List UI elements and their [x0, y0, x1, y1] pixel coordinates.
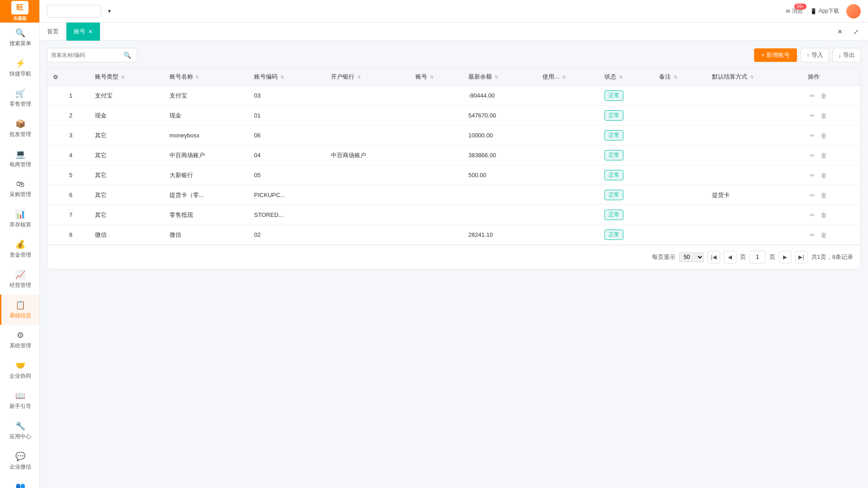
page-size-select[interactable]: 50 100 200 [679, 252, 704, 262]
row-balance [463, 185, 537, 205]
sidebar-item-operations[interactable]: 📈 经营管理 [0, 264, 39, 295]
row-bank [326, 126, 410, 145]
total-label: 共1页，8条记录 [811, 253, 853, 261]
tab-close-icon[interactable]: ✕ [88, 28, 93, 35]
message-button[interactable]: ✉ 消息 99+ [786, 7, 803, 15]
col-settings[interactable]: ⚙ [47, 68, 64, 86]
col-default-payment[interactable]: 默认结算方式 ⇅ [707, 68, 802, 86]
header-right: ✉ 消息 99+ 📱 App下载 [786, 4, 861, 19]
sidebar-item-retail-label: 零售管理 [9, 100, 31, 108]
row-usage [537, 126, 599, 145]
row-usage [537, 185, 599, 205]
row-default-payment [707, 225, 802, 245]
header-dropdown[interactable]: ▼ [107, 8, 112, 14]
edit-button[interactable]: ✏ [808, 171, 817, 180]
app-download-button[interactable]: 📱 App下载 [810, 7, 839, 15]
row-bank [326, 165, 410, 185]
search-input[interactable] [51, 52, 123, 58]
last-page-button[interactable]: ▶| [795, 251, 808, 263]
edit-button[interactable]: ✏ [808, 211, 817, 220]
sidebar-item-guide[interactable]: 📖 新手引导 [0, 385, 39, 416]
row-status: 正常 [599, 145, 654, 165]
delete-button[interactable]: 🗑 [819, 151, 829, 160]
delete-button[interactable]: 🗑 [819, 171, 829, 180]
page-input[interactable] [750, 251, 766, 263]
tab-close-action[interactable]: ✕ [834, 25, 846, 38]
first-page-button[interactable]: |◀ [708, 251, 720, 263]
row-code: 03 [249, 86, 326, 106]
col-type[interactable]: 账号类型 ⇅ [90, 68, 164, 86]
sidebar-item-system-label: 系统管理 [9, 342, 31, 350]
sidebar: 旺 乐惠版 🔍 搜索菜单 ⚡ 快捷导航 🛒 零售管理 📦 批发管理 💻 电商管理… [0, 0, 40, 488]
row-usage [537, 145, 599, 165]
search-box[interactable]: 🔍 [47, 48, 137, 62]
sidebar-item-system[interactable]: ⚙ 系统管理 [0, 325, 39, 355]
edit-button[interactable]: ✏ [808, 111, 817, 120]
row-account [410, 205, 463, 225]
import-button[interactable]: ↑ 导入 [801, 48, 829, 62]
row-action: ✏ 🗑 [802, 86, 860, 106]
sidebar-item-enterprise[interactable]: 🤝 企业协同 [0, 355, 39, 385]
dropdown-arrow-icon: ▼ [107, 8, 112, 14]
col-usage[interactable]: 使用... ⇅ [537, 68, 599, 86]
edit-button[interactable]: ✏ [808, 151, 817, 160]
delete-button[interactable]: 🗑 [819, 131, 829, 140]
row-action: ✏ 🗑 [802, 126, 860, 145]
status-badge: 正常 [604, 190, 623, 200]
tab-account[interactable]: 账号 ✕ [66, 23, 100, 41]
sidebar-item-app-center-label: 应用中心 [9, 433, 31, 441]
sidebar-item-retail[interactable]: 🛒 零售管理 [0, 83, 39, 113]
sidebar-item-search[interactable]: 🔍 搜索菜单 [0, 23, 39, 53]
delete-button[interactable]: 🗑 [819, 111, 829, 120]
edit-button[interactable]: ✏ [808, 191, 817, 200]
header-search-input[interactable] [47, 5, 101, 18]
table-row: 7 其它 零售抵现 STORED... 正常 ✏ 🗑 [47, 205, 860, 225]
col-bank[interactable]: 开户银行 ⇅ [326, 68, 410, 86]
prev-page-button[interactable]: ◀ [724, 251, 736, 263]
sidebar-item-ecommerce[interactable]: 💻 电商管理 [0, 144, 39, 174]
page-content: 🔍 + 新增账号 ↑ 导入 ↓ 导出 ⚙ [40, 41, 868, 488]
col-code[interactable]: 账号编码 ⇅ [249, 68, 326, 86]
sidebar-item-inventory[interactable]: 📊 库存核算 [0, 204, 39, 234]
table-row: 3 其它 moneybosx 06 10000.00 正常 ✏ 🗑 [47, 126, 860, 145]
row-code: 05 [249, 165, 326, 185]
col-account[interactable]: 账号 ⇅ [410, 68, 463, 86]
row-index: 6 [64, 185, 90, 205]
sidebar-item-app-center[interactable]: 🔧 应用中心 [0, 416, 39, 446]
delete-button[interactable]: 🗑 [819, 211, 829, 220]
export-button[interactable]: ↓ 导出 [833, 48, 861, 62]
row-account [410, 106, 463, 126]
col-balance[interactable]: 最新余额 ⇅ [463, 68, 537, 86]
row-name: moneybosx [164, 126, 249, 145]
row-type: 其它 [90, 185, 164, 205]
col-status[interactable]: 状态 ⇅ [599, 68, 654, 86]
tab-home-label: 首页 [47, 28, 59, 36]
col-remark[interactable]: 备注 ⇅ [654, 68, 707, 86]
row-status: 正常 [599, 205, 654, 225]
delete-button[interactable]: 🗑 [819, 230, 829, 239]
tab-home[interactable]: 首页 [40, 23, 66, 41]
row-usage [537, 205, 599, 225]
sidebar-item-wholesale[interactable]: 📦 批发管理 [0, 113, 39, 144]
tab-expand-action[interactable]: ⤢ [850, 25, 863, 38]
delete-button[interactable]: 🗑 [819, 91, 829, 100]
edit-button[interactable]: ✏ [808, 230, 817, 239]
delete-button[interactable]: 🗑 [819, 191, 829, 200]
sidebar-item-member[interactable]: 👥 畅会员 [0, 476, 39, 488]
sidebar-item-basic-info[interactable]: 📋 基础信息 [0, 295, 39, 325]
edit-button[interactable]: ✏ [808, 131, 817, 140]
sidebar-item-inventory-label: 库存核算 [9, 221, 31, 229]
edit-button[interactable]: ✏ [808, 91, 817, 100]
col-name[interactable]: 账号名称 ⇅ [164, 68, 249, 86]
table-row: 8 微信 微信 02 28241.10 正常 ✏ 🗑 [47, 225, 860, 245]
app-center-icon: 🔧 [15, 421, 25, 431]
row-settings-col [47, 185, 64, 205]
add-account-button[interactable]: + 新增账号 [754, 48, 797, 62]
sidebar-item-quick-nav[interactable]: ⚡ 快捷导航 [0, 53, 39, 83]
sidebar-item-capital[interactable]: 💰 资金管理 [0, 234, 39, 264]
sidebar-item-wechat[interactable]: 💬 企业微信 [0, 446, 39, 476]
next-page-button[interactable]: ▶ [779, 251, 792, 263]
row-default-payment [707, 205, 802, 225]
avatar[interactable] [846, 4, 861, 19]
sidebar-item-purchase[interactable]: 🛍 采购管理 [0, 174, 39, 204]
